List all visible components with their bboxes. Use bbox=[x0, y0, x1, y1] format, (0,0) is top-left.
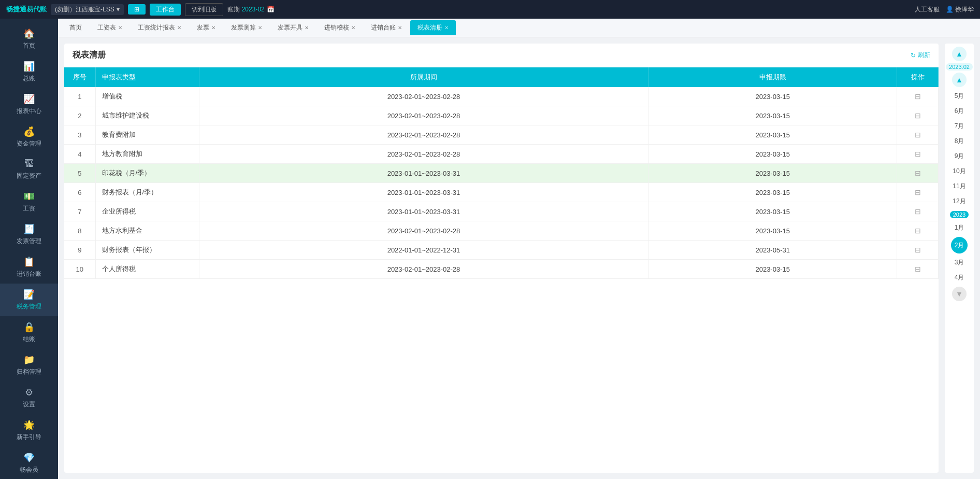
cell-no: 7 bbox=[64, 202, 95, 221]
cell-period: 2023-02-01~2023-02-28 bbox=[199, 87, 648, 106]
col-period: 所属期间 bbox=[199, 67, 648, 87]
calendar-icon[interactable]: 📅 bbox=[267, 6, 275, 13]
cell-deadline: 2023-03-15 bbox=[648, 145, 897, 164]
salary-icon: 💵 bbox=[23, 191, 35, 202]
tab-close-icon[interactable]: ✕ bbox=[258, 25, 262, 31]
calendar-month-3[interactable]: 3月 bbox=[945, 256, 974, 270]
calendar-nav-up[interactable]: ▲ bbox=[952, 47, 967, 61]
sidebar-item-assets[interactable]: 🏗 固定资产 bbox=[0, 153, 58, 186]
tab-close-icon[interactable]: ✕ bbox=[177, 25, 181, 31]
switch-old-button[interactable]: 切到旧版 bbox=[185, 3, 223, 16]
cell-action[interactable]: ⊟ bbox=[897, 106, 939, 125]
tab-close-icon[interactable]: ✕ bbox=[351, 25, 355, 31]
workstation-button[interactable]: 工作台 bbox=[150, 4, 181, 16]
sidebar-item-fund[interactable]: 💰 资金管理 bbox=[0, 121, 58, 153]
sidebar-item-salary[interactable]: 💵 工资 bbox=[0, 186, 58, 218]
content-area: 首页 工资表 ✕ 工资统计报表 ✕ 发票 ✕ 发票测算 ✕ 发票开具 ✕ bbox=[58, 19, 980, 479]
copy-icon[interactable]: ⊞ bbox=[128, 4, 146, 15]
cell-type: 财务报表（年报） bbox=[95, 241, 199, 260]
cell-action[interactable]: ⊟ bbox=[897, 125, 939, 145]
action-icon[interactable]: ⊟ bbox=[915, 131, 921, 139]
sidebar-item-closing[interactable]: 🔒 结账 bbox=[0, 316, 58, 349]
action-icon[interactable]: ⊟ bbox=[915, 92, 921, 101]
sidebar-item-label: 畅会员 bbox=[20, 466, 38, 474]
tab-purchase-check[interactable]: 进销稽核 ✕ bbox=[317, 20, 363, 35]
cell-action[interactable]: ⊟ bbox=[897, 164, 939, 183]
refresh-button[interactable]: ↻ 刷新 bbox=[911, 51, 930, 60]
home-icon: 🏠 bbox=[23, 28, 35, 39]
tab-invoice[interactable]: 发票 ✕ bbox=[190, 20, 223, 35]
cell-no: 3 bbox=[64, 125, 95, 145]
action-icon[interactable]: ⊟ bbox=[915, 265, 921, 273]
tab-close-icon[interactable]: ✕ bbox=[444, 25, 449, 31]
cell-no: 9 bbox=[64, 241, 95, 260]
sidebar-item-home[interactable]: 🏠 首页 bbox=[0, 23, 58, 55]
settings-icon: ⚙ bbox=[25, 387, 33, 398]
fund-icon: 💰 bbox=[23, 126, 35, 137]
company-dropdown-icon[interactable]: ▾ bbox=[117, 6, 120, 13]
sidebar-item-report[interactable]: 📈 报表中心 bbox=[0, 88, 58, 121]
calendar-panel: ▲ 2023.02 ▲ 5月 6月 7月 8月 9月 10月 11月 12月 2… bbox=[945, 44, 974, 473]
calendar-month-1[interactable]: 1月 bbox=[945, 221, 974, 235]
table-row: 9 财务报表（年报） 2022-01-01~2022-12-31 2023-05… bbox=[64, 241, 939, 260]
sidebar-item-guide[interactable]: 🌟 新手引导 bbox=[0, 414, 58, 447]
user-avatar[interactable]: 👤 徐泽华 bbox=[946, 5, 974, 14]
tab-salary-report[interactable]: 工资统计报表 ✕ bbox=[131, 20, 189, 35]
action-icon[interactable]: ⊟ bbox=[915, 150, 921, 158]
sidebar-item-ledger[interactable]: 📊 总账 bbox=[0, 55, 58, 88]
sidebar-item-label: 报表中心 bbox=[17, 107, 41, 116]
calendar-month-5[interactable]: 5月 bbox=[945, 89, 974, 103]
tab-purchase-ledger[interactable]: 进销台账 ✕ bbox=[364, 20, 409, 35]
cell-action[interactable]: ⊟ bbox=[897, 145, 939, 164]
action-icon[interactable]: ⊟ bbox=[915, 227, 921, 235]
tab-tax-register[interactable]: 税表清册 ✕ bbox=[410, 20, 456, 35]
tab-bar: 首页 工资表 ✕ 工资统计报表 ✕ 发票 ✕ 发票测算 ✕ 发票开具 ✕ bbox=[58, 19, 980, 37]
calendar-month-2[interactable]: 2月 bbox=[951, 237, 968, 253]
calendar-month-11[interactable]: 11月 bbox=[945, 179, 974, 193]
sidebar-item-tax[interactable]: 📝 税务管理 bbox=[0, 284, 58, 316]
cell-deadline: 2023-03-15 bbox=[648, 125, 897, 145]
action-icon[interactable]: ⊟ bbox=[915, 207, 921, 216]
tab-close-icon[interactable]: ✕ bbox=[118, 25, 122, 31]
cell-period: 2023-01-01~2023-03-31 bbox=[199, 164, 648, 183]
action-icon[interactable]: ⊟ bbox=[915, 246, 921, 254]
action-icon[interactable]: ⊟ bbox=[915, 111, 921, 120]
sidebar-item-settings[interactable]: ⚙ 设置 bbox=[0, 382, 58, 414]
cell-no: 2 bbox=[64, 106, 95, 125]
calendar-month-6[interactable]: 6月 bbox=[945, 104, 974, 118]
customer-service-link[interactable]: 人工客服 bbox=[915, 5, 940, 14]
tab-close-icon[interactable]: ✕ bbox=[305, 25, 309, 31]
sidebar-item-label: 税务管理 bbox=[17, 302, 41, 311]
sidebar-item-purchase[interactable]: 📋 进销台账 bbox=[0, 251, 58, 284]
table-header-row: 序号 申报表类型 所属期间 申报期限 操作 bbox=[64, 67, 939, 87]
cell-action[interactable]: ⊟ bbox=[897, 183, 939, 202]
tab-invoice-calc[interactable]: 发票测算 ✕ bbox=[224, 20, 269, 35]
calendar-month-4[interactable]: 4月 bbox=[945, 271, 974, 285]
cell-action[interactable]: ⊟ bbox=[897, 87, 939, 106]
tab-invoice-open[interactable]: 发票开具 ✕ bbox=[270, 20, 316, 35]
cell-action[interactable]: ⊟ bbox=[897, 221, 939, 241]
sidebar-item-invoice[interactable]: 🧾 发票管理 bbox=[0, 218, 58, 251]
calendar-nav-up2[interactable]: ▲ bbox=[952, 73, 967, 87]
sidebar-item-label: 设置 bbox=[23, 400, 35, 409]
calendar-month-10[interactable]: 10月 bbox=[945, 164, 974, 178]
action-icon[interactable]: ⊟ bbox=[915, 188, 921, 196]
company-selector[interactable]: (勿删）江西服宝-LSS ▾ bbox=[51, 4, 124, 15]
tab-close-icon[interactable]: ✕ bbox=[211, 25, 215, 31]
action-icon[interactable]: ⊟ bbox=[915, 169, 921, 177]
tab-home[interactable]: 首页 bbox=[62, 20, 89, 35]
calendar-nav-down[interactable]: ▼ bbox=[952, 287, 967, 301]
sidebar-item-archive[interactable]: 📁 归档管理 bbox=[0, 349, 58, 382]
cell-period: 2023-02-01~2023-02-28 bbox=[199, 145, 648, 164]
sidebar-item-vip[interactable]: 💎 畅会员 bbox=[0, 447, 58, 479]
assets-icon: 🏗 bbox=[24, 159, 34, 170]
calendar-month-12[interactable]: 12月 bbox=[945, 194, 974, 208]
tab-salary[interactable]: 工资表 ✕ bbox=[90, 20, 129, 35]
calendar-month-9[interactable]: 9月 bbox=[945, 149, 974, 163]
cell-action[interactable]: ⊟ bbox=[897, 202, 939, 221]
tab-close-icon[interactable]: ✕ bbox=[398, 25, 402, 31]
calendar-month-8[interactable]: 8月 bbox=[945, 134, 974, 148]
cell-action[interactable]: ⊟ bbox=[897, 260, 939, 279]
calendar-month-7[interactable]: 7月 bbox=[945, 119, 974, 133]
cell-action[interactable]: ⊟ bbox=[897, 241, 939, 260]
